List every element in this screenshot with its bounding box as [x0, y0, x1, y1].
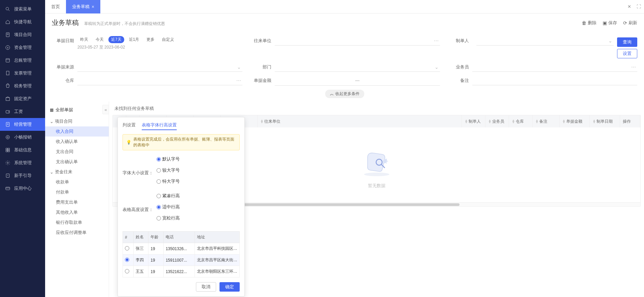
date-chip[interactable]: 近1月 — [126, 36, 142, 43]
column-header[interactable]: ▲▼备注 — [533, 115, 560, 127]
sidebar-item-guide[interactable]: 新手引导 — [0, 169, 45, 182]
more-icon[interactable]: ⋯ — [631, 64, 636, 70]
maker-input[interactable] — [476, 36, 614, 46]
sidebar-item-invoice[interactable]: 发票管理 — [0, 67, 45, 80]
tree-leaf[interactable]: 收款单 — [45, 177, 109, 187]
date-chip[interactable]: 今天 — [93, 36, 106, 43]
column-header[interactable]: ▲▼单据金额 — [560, 115, 590, 127]
height-radio[interactable]: 紧凑行高 — [157, 193, 180, 199]
source-input[interactable] — [77, 62, 242, 72]
filter-remark-label: 备注 — [447, 76, 472, 85]
font-radio[interactable]: 默认字号 — [157, 156, 180, 162]
sidebar-item-ledger[interactable]: 总账管理 — [0, 54, 45, 67]
sidebar-item-salary[interactable]: 工资 — [0, 105, 45, 118]
preview-row[interactable]: 张三1913501326...北京市昌平科技园区综... — [123, 243, 240, 255]
column-header[interactable]: ▲▼往来单位 — [258, 115, 462, 127]
filter-partner-label: 往来单位 — [249, 36, 275, 46]
chevron-down-icon[interactable]: ⌄ — [608, 38, 612, 43]
sidebar-item-nav[interactable]: 快捷导航 — [0, 16, 45, 28]
tax-icon — [5, 83, 11, 89]
tree-leaf[interactable]: 费用支出单 — [45, 197, 109, 207]
warehouse-input[interactable] — [77, 76, 242, 85]
tree-leaf[interactable]: 付款单 — [45, 187, 109, 197]
sidebar-item-operation[interactable]: 经营管理 — [0, 118, 45, 131]
height-radio[interactable]: 宽松行高 — [157, 215, 180, 221]
column-header[interactable]: ▲▼业务员 — [485, 115, 509, 127]
setting-button[interactable]: 设置 — [617, 49, 637, 58]
sidebar-item-basic[interactable]: 基础信息 — [0, 144, 45, 156]
close-icon[interactable]: × — [92, 4, 94, 9]
remark-input[interactable] — [472, 76, 637, 85]
collapse-button[interactable]: ︽收起更多条件 — [325, 90, 364, 98]
empty-text: 暂无数据 — [368, 183, 385, 189]
tree-all-label[interactable]: 全部单据 — [56, 107, 73, 113]
date-chip[interactable]: 更多 — [144, 36, 157, 43]
font-radio[interactable]: 特大字号 — [157, 178, 180, 184]
sidebar-item-asset[interactable]: 固定资产 — [0, 92, 45, 105]
row-radio[interactable] — [125, 258, 129, 262]
apps-icon — [5, 185, 11, 191]
tab-close-all-icon[interactable]: ✕ — [625, 3, 633, 11]
tree-leaf[interactable]: 其他收入单 — [45, 207, 109, 217]
row-radio[interactable] — [125, 246, 129, 250]
dept-input[interactable] — [275, 62, 440, 72]
partner-input[interactable] — [275, 36, 440, 46]
chevron-up-icon: ︽ — [330, 91, 334, 97]
refresh-button[interactable]: ⟳刷新 — [623, 20, 637, 26]
tree-panel: ▦全部单据 « ⌄项目合同收入合同收入确认单支出合同支出确认单⌄资金往来收款单付… — [45, 101, 109, 297]
date-chip[interactable]: 昨天 — [77, 36, 91, 43]
tree-leaf[interactable]: 支出确认单 — [45, 157, 109, 167]
tab-draft[interactable]: 业务草稿× — [66, 0, 100, 13]
date-chip[interactable]: 近7天 — [108, 36, 124, 43]
chevron-down-icon[interactable]: ⌄ — [237, 64, 241, 70]
tree-group[interactable]: ⌄项目合同 — [45, 116, 109, 126]
delete-button[interactable]: 🗑删除 — [582, 20, 597, 26]
more-icon[interactable]: ⋯ — [236, 78, 241, 83]
row-radio[interactable] — [125, 269, 129, 273]
ok-button[interactable]: 确定 — [219, 282, 240, 292]
tree-leaf[interactable]: 应收应付调整单 — [45, 228, 109, 238]
tree-leaf[interactable]: 支出合同 — [45, 147, 109, 157]
tree-group[interactable]: ⌄资金往来 — [45, 167, 109, 177]
svg-point-15 — [6, 136, 10, 139]
sidebar-item-apps[interactable]: 应用中心 — [0, 182, 45, 195]
height-radio[interactable]: 适中行高 — [157, 204, 180, 210]
preview-row[interactable]: 王五1913521622...北京市朝阳区东三环北... — [123, 266, 240, 277]
row-height-label: 表格高度设置： — [123, 207, 153, 213]
popover-tab-columns[interactable]: 列设置 — [123, 122, 136, 130]
column-header[interactable]: ▲▼制单日期 — [590, 115, 620, 127]
action-label: 刷新 — [629, 20, 637, 26]
cancel-button[interactable]: 取消 — [196, 282, 216, 292]
clerk-input[interactable] — [472, 62, 637, 72]
tree-leaf[interactable]: 收入合同 — [45, 126, 109, 137]
save-button[interactable]: ▣保存 — [603, 20, 617, 26]
tab-home[interactable]: 首页 — [45, 0, 66, 13]
query-button[interactable]: 查询 — [617, 37, 637, 47]
column-header[interactable]: 操作 — [620, 115, 640, 127]
money-icon: ¥ — [5, 44, 11, 51]
receipt-icon — [5, 70, 11, 76]
tree-leaf[interactable]: 收入确认单 — [45, 137, 109, 147]
chevron-down-icon[interactable]: ⌄ — [435, 64, 439, 70]
column-header[interactable]: ▲▼仓库 — [509, 115, 533, 127]
sidebar-item-tax[interactable]: 税务管理 — [0, 80, 45, 92]
sidebar-item-fund[interactable]: ¥资金管理 — [0, 41, 45, 54]
fullscreen-icon[interactable]: ⛶ — [635, 3, 643, 11]
tree-collapse-button[interactable]: « — [102, 105, 109, 114]
tree-leaf[interactable]: 银行存取款单 — [45, 217, 109, 228]
sidebar-item-search[interactable]: 搜索菜单 — [0, 3, 45, 16]
sidebar-item-contract[interactable]: 项目合同 — [0, 28, 45, 41]
preview-row[interactable]: 李四1915911007...北京市昌平区南大街9号 — [123, 255, 240, 266]
more-icon[interactable]: ⋯ — [434, 38, 439, 43]
sort-icon: ▲▼ — [260, 119, 264, 123]
font-radio[interactable]: 较大字号 — [157, 167, 180, 173]
column-header[interactable]: ▲▼制单人 — [462, 115, 485, 127]
svg-point-11 — [8, 112, 9, 112]
sidebar-item-label: 总账管理 — [14, 57, 32, 63]
sidebar-item-system[interactable]: 系统管理 — [0, 156, 45, 169]
sidebar-item-expense[interactable]: 小畅报销 — [0, 131, 45, 144]
popover-tab-font[interactable]: 表格字体行高设置 — [142, 122, 177, 130]
amount-range[interactable]: — — [275, 76, 440, 86]
page-subtitle: 草稿转为正式单据时，不会执行满赠促销优惠 — [84, 21, 165, 27]
date-chip[interactable]: 自定义 — [159, 36, 177, 43]
